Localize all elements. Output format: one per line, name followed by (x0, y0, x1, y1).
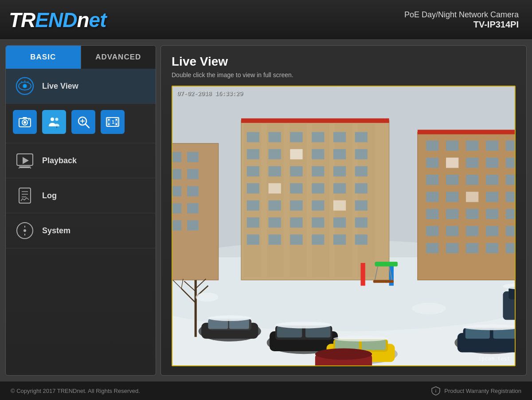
video-container[interactable]: 07-02-2018 16:33:29 ipcam.test (172, 86, 516, 366)
svg-rect-111 (355, 217, 368, 227)
nav-section: Live View (6, 69, 156, 375)
svg-rect-143 (486, 209, 498, 219)
svg-rect-96 (290, 183, 302, 193)
svg-rect-146 (446, 226, 458, 236)
svg-rect-150 (426, 243, 438, 253)
snapshot-button[interactable] (13, 110, 37, 134)
footer-copyright: © Copyright 2017 TRENDnet. All Rights Re… (11, 388, 140, 394)
svg-rect-160 (375, 262, 398, 266)
svg-rect-156 (418, 130, 515, 134)
live-view-icon (15, 76, 35, 96)
svg-rect-137 (466, 192, 478, 202)
svg-rect-54 (172, 169, 181, 179)
svg-rect-20 (117, 118, 119, 126)
product-line1: PoE Day/Night Network Camera (404, 10, 519, 20)
footer-warranty[interactable]: i Product Warranty Registration (431, 386, 521, 396)
svg-point-186 (208, 315, 251, 321)
svg-rect-103 (312, 200, 324, 211)
svg-rect-77 (269, 132, 281, 142)
svg-rect-128 (486, 157, 498, 168)
svg-rect-108 (290, 217, 302, 227)
svg-rect-122 (466, 141, 478, 151)
svg-rect-104 (333, 200, 346, 211)
svg-rect-142 (466, 209, 478, 219)
svg-rect-88 (247, 166, 259, 176)
svg-rect-87 (355, 149, 368, 159)
svg-rect-76 (247, 132, 259, 142)
svg-rect-102 (290, 200, 302, 211)
svg-point-9 (23, 121, 26, 124)
svg-rect-97 (312, 183, 324, 193)
svg-rect-91 (312, 166, 324, 176)
sidebar-item-system[interactable]: System (6, 213, 156, 248)
svg-rect-113 (269, 235, 281, 245)
svg-rect-100 (247, 200, 259, 211)
warranty-label: Product Warranty Registration (444, 388, 521, 394)
svg-rect-22 (108, 123, 110, 125)
svg-rect-149 (506, 226, 515, 236)
svg-rect-123 (486, 141, 498, 151)
svg-rect-62 (172, 203, 181, 213)
logo-text: TRENDnet (9, 8, 106, 32)
svg-rect-105 (355, 200, 368, 211)
system-icon (15, 220, 35, 241)
footer: © Copyright 2017 TRENDnet. All Rights Re… (0, 381, 532, 400)
sidebar-item-log[interactable]: Log (6, 178, 156, 213)
svg-rect-85 (312, 149, 324, 159)
svg-rect-19 (106, 118, 109, 126)
svg-rect-83 (269, 149, 281, 159)
film-button[interactable]: 1 (101, 110, 125, 134)
svg-rect-116 (333, 235, 346, 245)
svg-rect-99 (355, 183, 368, 193)
record-button[interactable] (42, 110, 66, 134)
svg-rect-134 (506, 175, 515, 185)
svg-rect-23 (116, 119, 117, 121)
svg-rect-107 (269, 217, 281, 227)
svg-rect-118 (418, 132, 515, 280)
playback-label: Playback (42, 156, 77, 165)
svg-rect-141 (446, 209, 458, 219)
svg-rect-132 (466, 175, 478, 185)
svg-rect-79 (312, 132, 324, 142)
video-placeholder: 07-02-2018 16:33:29 ipcam.test (172, 86, 515, 365)
svg-rect-114 (290, 235, 302, 245)
svg-rect-95 (269, 183, 281, 193)
svg-line-15 (86, 124, 89, 128)
svg-rect-101 (269, 200, 281, 211)
svg-rect-82 (247, 149, 259, 159)
page-subtitle: Double click the image to view in full s… (172, 71, 516, 78)
tab-advanced[interactable]: ADVANCED (81, 46, 156, 69)
zoom-button[interactable] (71, 110, 95, 134)
sidebar-item-live-view[interactable]: Live View (6, 69, 156, 104)
svg-rect-153 (486, 243, 498, 253)
svg-marker-29 (23, 157, 29, 164)
svg-rect-94 (247, 183, 259, 193)
live-view-label: Live View (42, 82, 78, 91)
svg-rect-78 (290, 132, 302, 142)
log-icon (15, 185, 35, 206)
svg-rect-154 (506, 243, 515, 253)
svg-text:i: i (435, 389, 437, 393)
svg-rect-55 (187, 169, 199, 179)
svg-rect-163 (373, 280, 394, 282)
svg-rect-140 (426, 209, 438, 219)
svg-point-208 (196, 293, 218, 302)
svg-point-187 (275, 322, 332, 328)
svg-rect-147 (466, 226, 478, 236)
svg-point-210 (412, 303, 446, 314)
sub-icons-row: 1 (6, 104, 156, 143)
tab-basic[interactable]: BASIC (6, 46, 81, 69)
main-content: BASIC ADVANCED (0, 40, 532, 381)
svg-rect-120 (426, 141, 438, 151)
sidebar-item-playback[interactable]: Playback (6, 143, 156, 178)
svg-rect-67 (187, 220, 199, 231)
tab-bar: BASIC ADVANCED (6, 46, 156, 69)
svg-rect-148 (486, 226, 498, 236)
video-timestamp: 07-02-2018 16:33:29 (177, 90, 243, 97)
svg-rect-130 (426, 175, 438, 185)
svg-rect-151 (446, 243, 458, 253)
svg-rect-112 (247, 235, 259, 245)
header: TRENDnet PoE Day/Night Network Camera TV… (0, 0, 532, 40)
svg-rect-133 (486, 175, 498, 185)
svg-rect-109 (312, 217, 324, 227)
